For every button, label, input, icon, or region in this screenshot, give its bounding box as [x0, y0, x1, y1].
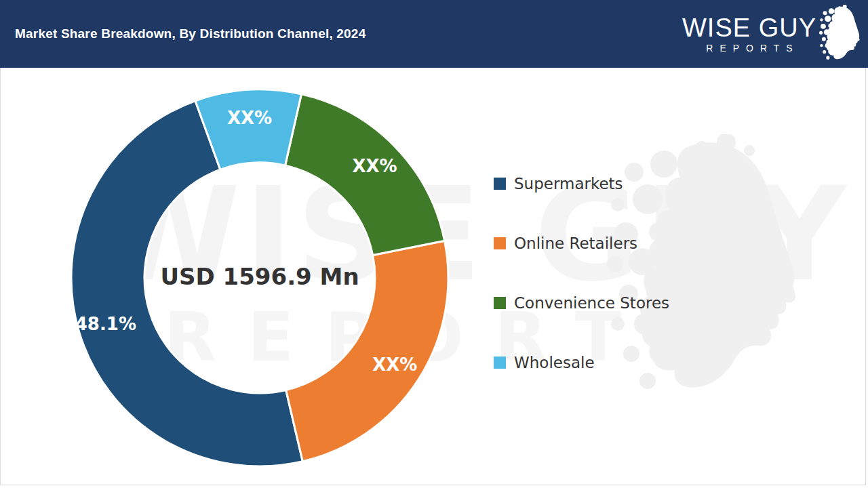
legend-swatch-wholesale	[494, 357, 506, 369]
legend-label-wholesale: Wholesale	[514, 354, 595, 371]
legend-label-online-retailers: Online Retailers	[514, 235, 637, 252]
legend-swatch-online-retailers	[494, 237, 506, 249]
slice-label-online-retailers: XX%	[372, 354, 417, 375]
slice-label-convenience-stores: XX%	[353, 156, 397, 176]
slice-label-wholesale: XX%	[227, 108, 272, 128]
donut-center-value: USD 1596.9 Mn	[160, 263, 359, 290]
legend-item-online-retailers: Online Retailers	[494, 235, 669, 252]
legend-swatch-convenience-stores	[494, 297, 506, 309]
legend-item-convenience-stores: Convenience Stores	[494, 294, 669, 312]
donut-chart: 48.1%XX%XX%XX%	[0, 0, 868, 488]
legend-item-wholesale: Wholesale	[494, 354, 669, 371]
legend-label-supermarkets: Supermarkets	[514, 175, 623, 192]
legend-label-convenience-stores: Convenience Stores	[514, 294, 669, 312]
slice-label-supermarkets: 48.1%	[75, 314, 136, 334]
legend: SupermarketsOnline RetailersConvenience …	[494, 175, 669, 371]
legend-item-supermarkets: Supermarkets	[494, 175, 669, 192]
legend-swatch-supermarkets	[494, 178, 506, 190]
